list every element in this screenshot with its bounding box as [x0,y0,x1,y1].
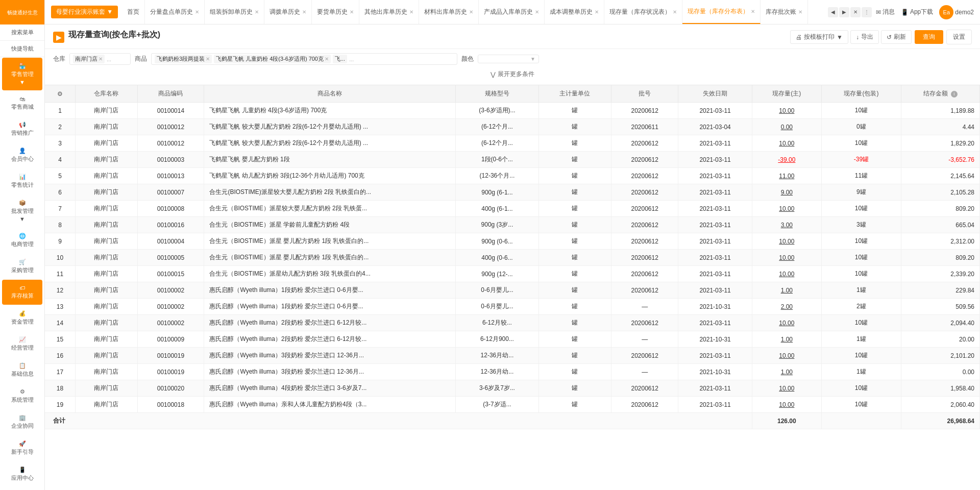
sidebar-item-finance[interactable]: 💰 资金管理 [2,305,42,331]
row-stock-main[interactable]: 1.00 [752,282,822,299]
tab-close-inventory-status[interactable]: ✕ [673,9,677,15]
product-filter-input[interactable]: 飞鹤奶粉3段两提装 ✕ 飞鹤星飞帆 儿童奶粉 4段(3-6岁适用) 700克 ✕… [151,53,457,65]
tab-close-other-out[interactable]: ✕ [409,9,413,15]
print-button[interactable]: 🖨 按模板打印 ▼ [790,30,848,44]
row-stock-main[interactable]: 10.00 [752,103,822,119]
tab-close-current[interactable]: ✕ [850,7,861,17]
refresh-button[interactable]: ↺ 刷新 [881,30,912,44]
sidebar-item-enterprise[interactable]: 🏢 企业协同 [2,409,42,435]
tab-split-inventory[interactable]: 分量盘点单历史 ✕ [145,0,205,24]
row-stock-main[interactable]: 10.00 [752,348,822,364]
row-stock-main[interactable]: 9.00 [752,184,822,201]
sidebar-item-operations[interactable]: 📈 经营管理 [2,331,42,357]
tab-material-out[interactable]: 材料出库单历史 ✕ [419,0,479,24]
row-stock-main[interactable]: 10.00 [752,380,822,397]
row-stock-main[interactable]: 10.00 [752,250,822,266]
sidebar-item-basics[interactable]: 📋 基础信息 [2,357,42,383]
tab-inventory-status[interactable]: 现存量（库存状况表） ✕ [604,0,682,24]
expand-more-conditions[interactable]: ⋁ 展开更多条件 [53,68,972,81]
tab-close-batch-ledger[interactable]: ✕ [798,9,802,15]
row-stock-main[interactable]: 1.00 [752,331,822,348]
color-filter-input[interactable]: ▼ [478,55,539,63]
message-button[interactable]: ✉ 消息 [876,8,895,16]
row-stock-main[interactable]: 10.00 [752,266,822,282]
tab-mix[interactable]: 调拨单历史 ✕ [264,0,312,24]
amount-info-icon[interactable]: i [951,91,958,97]
tab-close-split-inventory[interactable]: ✕ [195,9,199,15]
sidebar-shortcut-link[interactable]: 快捷导航 [0,41,44,57]
settings-button[interactable]: 设置 [946,30,972,44]
row-code: 00100019 [137,364,204,380]
tab-purchase[interactable]: 要货单历史 ✕ [312,0,359,24]
row-stock-main[interactable]: 10.00 [752,397,822,413]
row-stock-main[interactable]: 1.00 [752,364,822,380]
row-stock-main[interactable]: 11.00 [752,168,822,184]
product-tag-1-remove[interactable]: ✕ [206,56,210,62]
sidebar-item-guide[interactable]: 🚀 新手引导 [2,435,42,461]
warehouse-filter-input[interactable]: 南岸门店 ✕ ... [69,53,131,65]
guide-icon: 🚀 [19,440,26,447]
row-stock-pack: 0罐 [821,119,901,135]
tab-batch-ledger[interactable]: 库存批次账 ✕ [761,0,808,24]
sidebar-item-wholesale[interactable]: 📦 批发管理 ▼ [2,194,42,227]
row-stock-main[interactable]: 10.00 [752,315,822,331]
row-stock-main[interactable]: 3.00 [752,217,822,233]
tab-home[interactable]: 首页 [122,0,145,24]
tab-inventory-dist[interactable]: 现存量（库存分布表） ✕ [682,0,761,24]
tab-close-material-out[interactable]: ✕ [469,9,473,15]
row-stock-main[interactable]: 10.00 [752,201,822,217]
color-dropdown-icon[interactable]: ▼ [530,56,535,62]
row-no: 1 [45,103,76,119]
row-stock-main[interactable]: 2.00 [752,299,822,315]
sidebar-item-retail-mgmt[interactable]: 🏪 零售管理 ▼ [2,58,42,90]
tab-scroll-left[interactable]: ◀ [828,7,838,17]
export-button[interactable]: ↓ 导出 [850,30,879,44]
inventory-icon: 🏷 [19,285,25,291]
row-code: 00100016 [137,217,204,233]
row-stock-main[interactable]: -39.00 [752,152,822,168]
sidebar-item-appcenter[interactable]: 📱 应用中心 [2,461,42,487]
sidebar-item-corpwx[interactable]: 💬 企业微信 [2,487,42,490]
app-download-button[interactable]: 📱 App下载 [901,8,933,16]
tab-close-mix[interactable]: ✕ [302,9,306,15]
row-stock-main[interactable]: 10.00 [752,135,822,152]
query-button[interactable]: 查询 [915,30,943,44]
row-expire: 2021-03-11 [678,168,752,184]
warehouse-tag-remove[interactable]: ✕ [99,56,103,62]
sidebar-item-retail-stats[interactable]: 📊 零售统计 [2,168,42,194]
tab-scroll-right[interactable]: ▶ [839,7,849,17]
user-avatar-area[interactable]: Ea demo2 [939,5,974,19]
tab-close-purchase[interactable]: ✕ [350,9,354,15]
row-stock-pack: 11罐 [821,168,901,184]
sidebar-item-ecommerce[interactable]: 🌐 电商管理 [2,228,42,253]
sidebar-item-inventory[interactable]: 🏷 库存核算 [2,280,42,305]
sidebar-item-marketing[interactable]: 📢 营销推广 [2,116,42,142]
tab-product-in[interactable]: 产成品入库单历史 ✕ [479,0,545,24]
expand-filter-button[interactable]: ▶ [53,32,64,43]
row-batch: 20200612 [611,282,678,299]
product-tag-2-remove[interactable]: ✕ [325,56,329,62]
tab-menu[interactable]: ⋮ [862,7,872,17]
row-warehouse: 南岸门店 [76,168,137,184]
col-settings[interactable]: ⚙ [45,85,76,103]
table-row: 1 南岸门店 00100014 飞鹤星飞帆 儿童奶粉 4段(3-6岁适用) 70… [45,103,980,119]
tab-other-out[interactable]: 其他出库单历史 ✕ [359,0,419,24]
tab-close-disassemble[interactable]: ✕ [255,9,259,15]
sidebar-item-purchase[interactable]: 🛒 采购管理 [2,254,42,279]
row-stock-main[interactable]: 0.00 [752,119,822,135]
tab-cost-adjust[interactable]: 成本调整单历史 ✕ [545,0,604,24]
sidebar-item-member[interactable]: 👤 会员中心 [2,142,42,168]
tab-disassemble[interactable]: 组装拆卸单历史 ✕ [205,0,264,24]
row-amount: 2,339.20 [901,266,980,282]
sidebar-item-retail-shop[interactable]: 🛍 零售商城 [2,91,42,116]
row-batch: 20200612 [611,348,678,364]
row-expire: 2021-03-11 [678,348,752,364]
tab-close-cost-adjust[interactable]: ✕ [595,9,599,15]
row-stock-main[interactable]: 10.00 [752,233,822,250]
brand-selector[interactable]: 母婴行业演示账套 ▼ [51,6,118,18]
tab-close-inventory-dist[interactable]: ✕ [751,9,755,14]
sidebar-search-link[interactable]: 搜索菜单 [0,24,44,41]
sidebar-item-system[interactable]: ⚙ 系统管理 [2,383,42,409]
product-tag-1: 飞鹤奶粉3段两提装 ✕ [155,55,212,63]
tab-close-product-in[interactable]: ✕ [535,9,539,15]
